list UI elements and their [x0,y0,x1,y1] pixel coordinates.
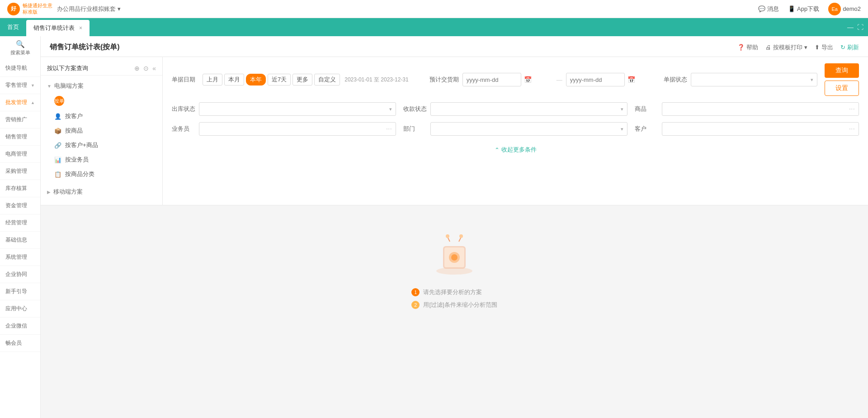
date-btn-more[interactable]: 更多 [292,74,312,86]
filter-section: 按以下方案查询 ⊕ ⊙ « ▼ 电脑端方案 按单 👤 按客户 [41,57,868,205]
sidebar-item-operations[interactable]: 经营管理 [0,214,40,232]
scheme-product-icon: 📦 [54,128,61,134]
status-label: 单据状态 [664,76,687,84]
top-bar-left: 好 畅捷通好生意 标准版 办公用品行业模拟账套 ▾ [7,3,121,15]
export-button[interactable]: ⬆ 导出 [815,43,833,52]
add-scheme-button[interactable]: ⊕ [134,65,140,72]
svg-point-7 [446,234,449,238]
goods-select[interactable]: ··· [662,102,859,116]
chevron-down-icon: ▾ [118,5,121,12]
date-btn-7days[interactable]: 近7天 [268,74,291,86]
sidebar-search[interactable]: 🔍 搜索菜单 [0,36,40,60]
avatar: Ea [828,3,841,15]
salesperson-group: 业务员 ··· [172,122,396,136]
page-header-actions: ❓ 帮助 🖨 按模板打印 ▾ ⬆ 导出 ↻ 刷新 [737,43,859,52]
tab-active[interactable]: 销售订单统计表 × [26,20,90,36]
print-dropdown-icon: ▾ [804,44,807,51]
sidebar-item-marketing[interactable]: 营销推广 [0,111,40,128]
sidebar-item-sales[interactable]: 销售管理 [0,128,40,146]
receipt-status-group: 收款状态 ▾ [403,102,627,116]
sidebar-item-enterprise[interactable]: 企业协同 [0,266,40,283]
receipt-status-select[interactable]: ▾ [430,102,627,116]
print-icon: 🖨 [765,44,771,51]
customer-more-icon: ··· [849,125,855,133]
svg-point-8 [459,234,463,238]
empty-tips: 1 请先选择要分析的方案 2 用[过滤]条件来缩小分析范围 [411,288,497,309]
company-selector[interactable]: 办公用品行业模拟账套 ▾ [57,5,121,13]
setting-button[interactable]: 设置 [825,81,859,96]
filter-row-2: 出库状态 ▾ 收款状态 ▾ [172,102,859,116]
expected-date-label: 预计交货期 [429,76,459,84]
scheme-settings-button[interactable]: ⊙ [143,65,149,72]
sidebar-item-newbie[interactable]: 新手引导 [0,283,40,300]
sidebar-item-wholesale[interactable]: 批发管理 [0,94,40,111]
sidebar-item-member[interactable]: 畅会员 [0,335,40,352]
calendar-start-icon[interactable]: 📅 [524,76,532,83]
ship-status-arrow: ▾ [389,106,392,112]
sidebar-item-finance[interactable]: 资金管理 [0,197,40,214]
message-button[interactable]: 💬 消息 [758,5,779,13]
export-icon: ⬆ [815,44,820,51]
app-download-button[interactable]: 📱 App下载 [788,5,819,13]
tab-close-button[interactable]: × [79,25,82,31]
expected-date-start-input[interactable] [462,73,521,86]
ship-status-group: 出库状态 ▾ [172,102,396,116]
tab-home[interactable]: 首页 [0,18,26,36]
sidebar-item-quick-nav[interactable]: 快捷导航 [0,60,40,77]
salesperson-select[interactable]: ··· [199,122,396,136]
expected-date-end-input[interactable] [566,73,625,86]
minimize-button[interactable]: — [847,24,854,31]
expected-date-end: 📅 [566,73,656,86]
date-btn-this-year[interactable]: 本年 [246,74,266,86]
scheme-collapse-button[interactable]: « [152,65,156,72]
scheme-item-by-product[interactable]: 📦 按商品 [41,124,162,138]
scheme-group-header-desktop[interactable]: ▼ 电脑端方案 [41,79,162,93]
refresh-button[interactable]: ↻ 刷新 [840,43,859,52]
ship-status-select[interactable]: ▾ [199,102,396,116]
sidebar-item-purchase[interactable]: 采购管理 [0,163,40,180]
scheme-combo-icon: 🔗 [54,142,61,149]
date-btn-custom[interactable]: 自定义 [314,74,340,86]
main-layout: 🔍 搜索菜单 快捷导航 零售管理 批发管理 营销推广 销售管理 电商管理 采购管… [0,36,868,418]
logo-text: 畅捷通好生意 标准版 [23,3,52,14]
query-button[interactable]: 查询 [825,63,859,78]
customer-select[interactable]: ··· [662,122,859,136]
empty-tip-2: 2 用[过滤]条件来缩小分析范围 [411,301,497,309]
date-range-display: 2023-01-01 至 2023-12-31 [344,76,408,84]
status-select[interactable]: ▾ [691,73,817,86]
scheme-item-by-order[interactable]: 按单 [41,93,162,109]
customer-label: 客户 [635,125,658,133]
department-group: 部门 ▾ [403,122,627,136]
scheme-group-header-mobile[interactable]: ▶ 移动端方案 [41,185,162,199]
scheme-mobile-group: ▶ 移动端方案 [41,183,162,200]
sidebar-item-ecommerce[interactable]: 电商管理 [0,146,40,163]
sidebar-item-appcenter[interactable]: 应用中心 [0,300,40,318]
scheme-panel-header: 按以下方案查询 ⊕ ⊙ « [41,62,162,76]
collapse-button[interactable]: ⌃ 收起更多条件 [163,142,868,157]
scheme-salesperson-icon: 📊 [54,157,61,163]
top-bar: 好 畅捷通好生意 标准版 办公用品行业模拟账套 ▾ 💬 消息 📱 App下载 E… [0,0,868,18]
receipt-status-label: 收款状态 [403,105,427,113]
sidebar-item-retail[interactable]: 零售管理 [0,77,40,94]
maximize-button[interactable]: ⛶ [857,24,863,31]
sidebar-item-system[interactable]: 系统管理 [0,249,40,266]
sidebar-item-inventory[interactable]: 库存核算 [0,180,40,197]
help-icon: ❓ [737,44,745,51]
calendar-end-icon[interactable]: 📅 [627,76,635,83]
ship-status-label: 出库状态 [172,105,195,113]
user-menu[interactable]: Ea demo2 [828,3,861,15]
scheme-item-by-customer[interactable]: 👤 按客户 [41,109,162,124]
filter-row-3: 业务员 ··· 部门 ▾ [172,122,859,136]
date-btn-this-month[interactable]: 本月 [224,74,244,86]
scheme-item-by-salesperson[interactable]: 📊 按业务员 [41,152,162,167]
department-label: 部门 [403,125,427,133]
filter-row-1: 单据日期 上月 本月 本年 近7天 更多 自定义 2023-01-01 至 20… [172,63,859,96]
date-btn-last-month[interactable]: 上月 [203,74,222,86]
scheme-item-by-customer-product[interactable]: 🔗 按客户+商品 [41,138,162,152]
scheme-item-by-category[interactable]: 📋 按商品分类 [41,167,162,181]
sidebar-item-wechat[interactable]: 企业微信 [0,318,40,335]
template-print-button[interactable]: 🖨 按模板打印 ▾ [765,43,807,52]
help-button[interactable]: ❓ 帮助 [737,43,758,52]
sidebar-item-basic-info[interactable]: 基础信息 [0,232,40,249]
department-select[interactable]: ▾ [430,122,627,136]
